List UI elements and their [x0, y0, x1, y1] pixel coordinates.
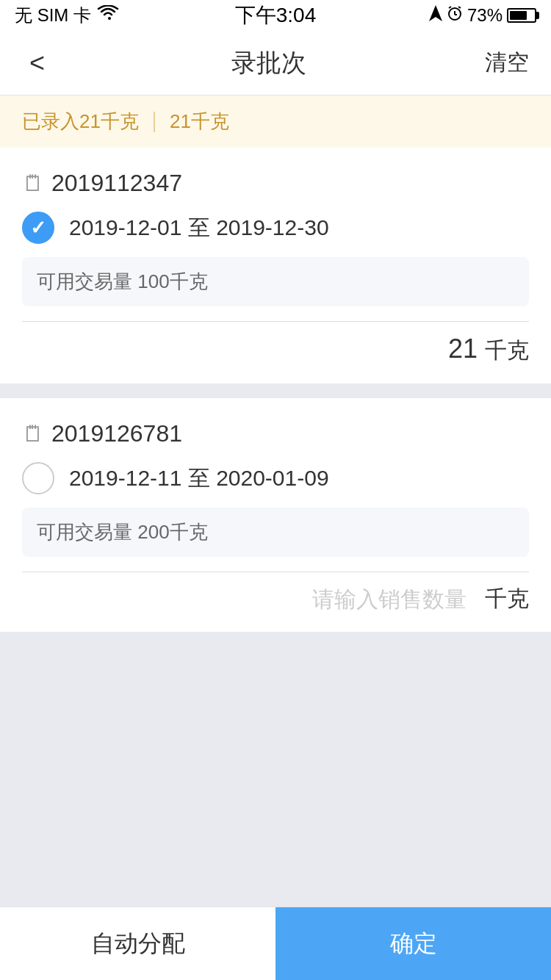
bottom-bar: 自动分配 确定: [0, 907, 551, 980]
content-wrapper: 🗒 2019112347 2019-12-01 至 2019-12-30 可用交…: [0, 148, 551, 959]
status-left: 无 SIM 卡: [15, 4, 119, 27]
info-divider: [154, 112, 155, 132]
page-title: 录批次: [231, 46, 306, 80]
input-row-2[interactable]: 千克: [0, 572, 551, 632]
status-time: 下午3:04: [235, 1, 317, 29]
status-right: 73%: [429, 5, 536, 26]
input-unit-2: 千克: [485, 584, 529, 614]
info-label: 已录入21千克: [22, 109, 139, 134]
back-button[interactable]: <: [22, 40, 52, 86]
batch-header-1: 🗒 2019112347: [0, 148, 551, 204]
batch-date-1: 2019-12-01 至 2019-12-30: [69, 213, 329, 243]
batch-card-2: 🗒 2019126781 2019-12-11 至 2020-01-09 可用交…: [0, 398, 551, 632]
svg-marker-0: [429, 5, 442, 21]
wifi-icon: [97, 5, 119, 26]
clear-button[interactable]: 清空: [485, 48, 529, 78]
batch-available-2: 可用交易量 200千克: [22, 508, 529, 557]
nav-bar: < 录批次 清空: [0, 31, 551, 96]
status-bar: 无 SIM 卡 下午3:04 73%: [0, 0, 551, 31]
qty-input-2[interactable]: [184, 587, 478, 612]
batch-available-1: 可用交易量 100千克: [22, 257, 529, 306]
sim-text: 无 SIM 卡: [15, 4, 91, 27]
info-value: 21千克: [170, 109, 229, 134]
batch-date-2: 2019-12-11 至 2020-01-09: [69, 464, 329, 494]
batch-id-2: 2019126781: [51, 420, 182, 447]
batch-card-1: 🗒 2019112347 2019-12-01 至 2019-12-30 可用交…: [0, 148, 551, 383]
card-divider: [0, 383, 551, 398]
location-icon: [429, 5, 442, 26]
batch-id-1: 2019112347: [51, 170, 182, 197]
info-banner: 已录入21千克 21千克: [0, 96, 551, 148]
radio-btn-1[interactable]: [22, 212, 54, 244]
batch-row-1: 2019-12-01 至 2019-12-30: [0, 204, 551, 251]
batch-header-2: 🗒 2019126781: [0, 398, 551, 455]
auto-distribute-button[interactable]: 自动分配: [0, 907, 276, 980]
batch-doc-icon-2: 🗒: [22, 422, 44, 447]
amount-row-1: 21 千克: [0, 322, 551, 383]
battery-icon: [507, 8, 536, 23]
confirm-button[interactable]: 确定: [276, 907, 551, 980]
batch-row-2: 2019-12-11 至 2020-01-09: [0, 455, 551, 502]
svg-line-5: [458, 7, 461, 8]
alarm-icon: [447, 5, 463, 26]
amount-unit-1: 千克: [485, 336, 529, 366]
radio-btn-2[interactable]: [22, 462, 54, 494]
batch-doc-icon-1: 🗒: [22, 171, 44, 196]
amount-value-1: 21: [448, 334, 478, 364]
battery-percent: 73%: [467, 5, 503, 26]
svg-line-4: [449, 7, 451, 8]
